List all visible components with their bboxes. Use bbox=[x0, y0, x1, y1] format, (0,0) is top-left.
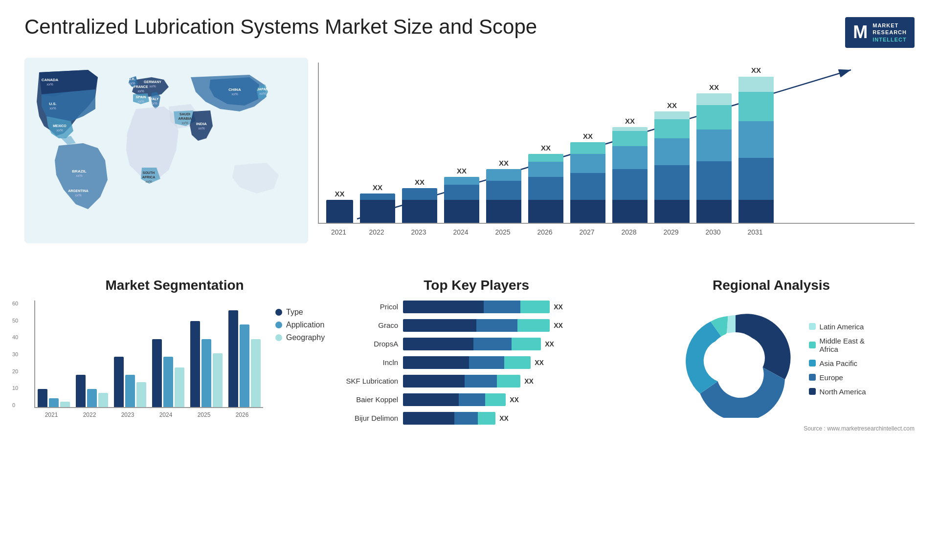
north-america-color bbox=[809, 388, 816, 395]
player-row: PricolXX bbox=[335, 301, 618, 313]
bar-group: XX bbox=[360, 183, 395, 223]
svg-text:xx%: xx% bbox=[137, 89, 144, 93]
svg-text:SAUDI: SAUDI bbox=[179, 112, 190, 116]
bar-group: XX bbox=[486, 159, 521, 223]
bar-stack bbox=[444, 177, 479, 223]
svg-text:INDIA: INDIA bbox=[196, 122, 207, 126]
asia-pacific-color bbox=[809, 360, 816, 366]
bar-stack bbox=[570, 142, 605, 223]
legend-europe: Europe bbox=[809, 373, 866, 382]
seg-bar-group bbox=[76, 375, 108, 407]
logo-text: MARKET RESEARCH INTELLECT bbox=[872, 22, 907, 43]
bar-group: XX bbox=[696, 83, 732, 223]
legend-application: Application bbox=[275, 321, 325, 329]
bar-group: XX bbox=[738, 66, 774, 223]
legend-geography: Geography bbox=[275, 333, 325, 342]
bar-stack bbox=[696, 93, 732, 223]
svg-text:xx%: xx% bbox=[151, 102, 157, 105]
world-map-section: CANADA xx% U.S. xx% MEXICO xx% BRAZIL xx… bbox=[24, 58, 308, 263]
svg-text:BRAZIL: BRAZIL bbox=[72, 169, 86, 173]
svg-text:xx%: xx% bbox=[49, 107, 56, 110]
logo: M MARKET RESEARCH INTELLECT bbox=[845, 17, 915, 48]
svg-text:xx%: xx% bbox=[76, 174, 82, 177]
legend-type: Type bbox=[275, 308, 325, 317]
world-map: CANADA xx% U.S. xx% MEXICO xx% BRAZIL xx… bbox=[24, 58, 308, 243]
svg-text:xx%: xx% bbox=[149, 85, 156, 88]
bar-stack bbox=[326, 200, 353, 223]
players-bars: PricolXXGracoXXDropsAXXInclnXXSKF Lubric… bbox=[335, 301, 618, 425]
bar-stack bbox=[654, 111, 690, 223]
page-title: Centralized Lubrication Systems Market S… bbox=[24, 15, 537, 39]
latin-america-color bbox=[809, 323, 816, 330]
svg-text:xx%: xx% bbox=[198, 127, 204, 130]
svg-text:xx%: xx% bbox=[56, 129, 63, 132]
bar-stack bbox=[612, 127, 648, 223]
svg-text:ARGENTINA: ARGENTINA bbox=[68, 189, 89, 193]
svg-text:SPAIN: SPAIN bbox=[136, 95, 146, 99]
svg-text:CHINA: CHINA bbox=[228, 87, 241, 92]
seg-bar-group bbox=[38, 389, 70, 407]
donut-chart bbox=[677, 301, 794, 418]
legend-mea: Middle East &Africa bbox=[809, 337, 866, 353]
geography-color bbox=[275, 334, 282, 341]
bar-group: XX bbox=[528, 144, 563, 223]
bar-stack bbox=[528, 154, 563, 223]
header: Centralized Lubrication Systems Market S… bbox=[24, 15, 915, 48]
svg-text:U.K.: U.K. bbox=[129, 77, 135, 81]
bar-group: XX bbox=[444, 167, 479, 223]
world-map-svg: CANADA xx% U.S. xx% MEXICO xx% BRAZIL xx… bbox=[24, 58, 308, 243]
bar-stack bbox=[402, 188, 437, 223]
svg-text:ARABIA: ARABIA bbox=[178, 117, 191, 120]
bar-stack bbox=[486, 169, 521, 223]
legend-latin-america: Latin America bbox=[809, 323, 866, 331]
seg-bar-group bbox=[114, 357, 146, 407]
svg-point-35 bbox=[709, 332, 762, 386]
svg-text:xx%: xx% bbox=[129, 82, 135, 85]
bar-group: XX bbox=[654, 101, 690, 223]
svg-text:xx%: xx% bbox=[259, 92, 266, 95]
svg-text:JAPAN: JAPAN bbox=[257, 87, 268, 91]
logo-letter: M bbox=[853, 22, 868, 43]
player-row: Baier KoppelXX bbox=[335, 393, 618, 406]
regional-legend: Latin America Middle East &Africa Asia P… bbox=[809, 323, 866, 396]
svg-text:SOUTH: SOUTH bbox=[143, 171, 155, 174]
player-row: DropsAXX bbox=[335, 338, 618, 350]
regional-section: Regional Analysis bbox=[628, 278, 915, 463]
svg-text:xx%: xx% bbox=[46, 83, 53, 86]
bar-group: XX bbox=[326, 190, 353, 223]
bar-stack bbox=[738, 76, 774, 223]
svg-text:xx%: xx% bbox=[137, 100, 144, 103]
europe-color bbox=[809, 374, 816, 381]
svg-text:MEXICO: MEXICO bbox=[53, 124, 67, 128]
bar-stack bbox=[360, 194, 395, 223]
player-row: GracoXX bbox=[335, 319, 618, 332]
donut-svg bbox=[677, 301, 794, 418]
svg-text:FRANCE: FRANCE bbox=[134, 85, 148, 88]
svg-text:ITALY: ITALY bbox=[149, 97, 158, 101]
source-text: Source : www.marketresearchintellect.com bbox=[628, 425, 915, 432]
seg-bar-group bbox=[228, 310, 261, 407]
top-players-section: Top Key Players PricolXXGracoXXDropsAXXI… bbox=[335, 278, 618, 463]
player-row: Bijur DelimonXX bbox=[335, 412, 618, 425]
svg-text:AFRICA: AFRICA bbox=[142, 175, 155, 179]
player-row: SKF LubricationXX bbox=[335, 375, 618, 388]
svg-text:CANADA: CANADA bbox=[42, 78, 59, 82]
segmentation-section: Market Segmentation 60 50 40 30 20 10 0 bbox=[24, 278, 325, 463]
svg-text:U.S.: U.S. bbox=[49, 102, 57, 106]
legend-north-america: North America bbox=[809, 388, 866, 396]
type-color bbox=[275, 309, 282, 316]
svg-text:GERMANY: GERMANY bbox=[144, 80, 161, 84]
bar-group: XX bbox=[402, 178, 437, 223]
mea-color bbox=[809, 342, 816, 348]
segmentation-legend: Type Application Geography bbox=[275, 308, 325, 418]
regional-chart: Latin America Middle East &Africa Asia P… bbox=[628, 301, 915, 418]
svg-text:xx%: xx% bbox=[181, 121, 188, 125]
mea-label: Middle East &Africa bbox=[820, 337, 865, 353]
regional-title: Regional Analysis bbox=[628, 278, 915, 293]
svg-text:xx%: xx% bbox=[75, 194, 81, 197]
seg-bar-group bbox=[152, 339, 184, 407]
application-color bbox=[275, 322, 282, 328]
svg-text:xx%: xx% bbox=[145, 180, 152, 183]
bottom-row: Market Segmentation 60 50 40 30 20 10 0 bbox=[24, 278, 915, 463]
seg-bar-group bbox=[190, 321, 223, 407]
